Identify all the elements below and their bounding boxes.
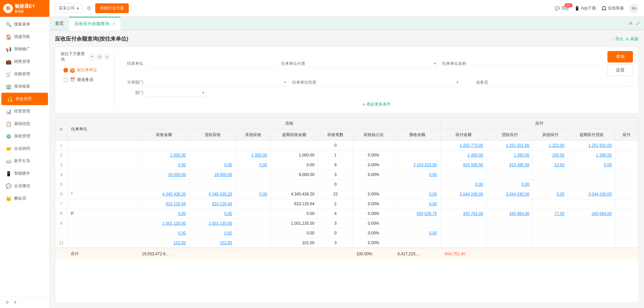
cell-recv_amount[interactable]: 4,345,436.20 [139,189,190,199]
cell-recv_amount[interactable]: 152.00 [139,238,190,248]
sidebar-item-marketing[interactable]: 📢 营销推广 [0,43,49,55]
cell-other_recv[interactable]: 1,000.00 [236,150,271,160]
sidebar-item-search[interactable]: 🔍 搜索菜单 [0,18,49,31]
cell-prepay_balance[interactable]: 0.00 [394,170,440,180]
tab-close-icon[interactable]: × [113,21,115,26]
cell-prepay_balance[interactable]: 0.00 [394,189,440,199]
sidebar-item-operation[interactable]: 📊 经营管理 [0,105,49,118]
cell-other_pay[interactable]: 77.00 [533,209,568,219]
user-avatar[interactable]: Rit [629,4,639,13]
promo-button[interactable]: 体验行业方案 [95,3,129,13]
footer-recv-amount[interactable]: 19,553,472.6... [139,248,190,259]
dept-input[interactable]: ▾ [146,89,206,97]
cell-other_recv[interactable]: 0.00 [236,160,271,170]
messages-button[interactable]: 💬 消息 99+ [555,5,569,11]
partner-name-input[interactable] [468,62,599,65]
cell-recv_amount[interactable]: 18,000.00 [139,170,190,180]
cell-prepay_balance[interactable]: 2,153,333.00 [394,160,440,170]
cell-other_recv[interactable]: 0.00 [236,189,271,199]
collapse-footer-icon[interactable]: ⏸ [13,300,17,305]
sidebar-item-member[interactable]: 👑 畅会员 [0,192,49,205]
collapse-button[interactable]: ∧ 收起更多条件 [120,99,633,109]
cell-pay_amount[interactable]: 915,508.56 [440,160,487,170]
partner-nature-input[interactable]: ▾ [318,79,461,86]
sidebar-item-purchase[interactable]: 🛒 采购管理 [0,68,49,80]
cell-pay_amount[interactable]: 345,761.00 [440,209,487,219]
salesman-input[interactable]: ··· [491,79,633,86]
cell-recv_amount[interactable]: 0.00 [139,228,190,238]
add-scheme-button[interactable]: + [89,54,95,60]
cell-pay_amount[interactable]: 0.00 [440,180,487,189]
company-selector[interactable]: 某某公司 ▾ [55,4,83,13]
settings-scheme-button[interactable]: ⊙ [97,54,102,60]
cell-pay_amount[interactable]: 1,252,773.00 [440,141,487,150]
cell-other_pay[interactable]: 100.00 [533,150,568,160]
settings-footer-icon[interactable]: ⚙ [5,300,9,305]
sidebar-item-system[interactable]: ⚙️ 系统管理 [0,130,49,142]
cell-overdue_pay[interactable]: 1,251,551.00 [568,141,615,150]
cell-pay_amount[interactable]: 1,490.00 [440,150,487,160]
cell-recv_amount[interactable]: 1,000.00 [139,150,190,160]
tab-query[interactable]: 应收应付余额查询 × [69,17,120,30]
setting-button[interactable]: 设置 [607,64,633,76]
partner-category-input[interactable]: ▾ [307,60,438,68]
cell-prepay_balance[interactable]: 655,636.75 [394,209,440,219]
cell-loan_pay[interactable]: 3,044,240.00 [487,189,533,199]
sidebar-item-wechat[interactable]: 💬 企业微信 [0,180,49,192]
dept-manager-input[interactable]: ▾ [146,79,288,86]
cell-recv_amount[interactable]: 810,126.64 [139,199,190,209]
cell-loan_recv[interactable]: 0.00 [190,160,236,170]
cell-pay_amount[interactable]: 3,044,240.00 [440,189,487,199]
sidebar-item-guide[interactable]: 📖 新手引导 [0,155,49,167]
cell-loan_recv[interactable]: 4,345,436.20 [190,189,236,199]
cell-overdue_pay[interactable]: 0.00 [568,160,615,170]
cell-recv_amount[interactable]: 0.00 [139,209,190,219]
table-settings-icon[interactable]: ⚙ [59,127,63,132]
footer-other-recv [236,248,271,259]
maximize-icon[interactable]: ⤢ [636,20,640,27]
app-download-button[interactable]: 📱 App下载 [575,5,596,11]
collapse-scheme-button[interactable]: « [104,54,110,60]
cell-loan_pay[interactable]: 915,495.56 [487,160,533,170]
cell-overdue_pay[interactable]: 3,044,240.00 [568,189,615,199]
footer-overdue-pay [568,248,615,259]
cell-loan_recv[interactable]: 18,000.00 [190,170,236,180]
sidebar-item-sales[interactable]: 💼 销售管理 [0,55,49,68]
cell-other_pay[interactable]: 1,222.00 [533,141,568,150]
sidebar-item-basic[interactable]: 📋 基础信息 [0,118,49,130]
cell-loan_pay[interactable]: 0.00 [487,180,533,189]
cell-recv_amount[interactable]: 0.00 [139,160,190,170]
settings-icon[interactable]: ⚙ [87,5,91,11]
sidebar-item-finance[interactable]: 💰 资金管理 [1,93,48,105]
cell-prepay_balance[interactable]: 0.00 [394,199,440,209]
cell-other_pay[interactable]: 13.00 [533,160,568,170]
cell-loan_recv[interactable]: 1,001,135.00 [190,219,236,228]
sidebar-item-quick[interactable]: 🏠 快捷导航 [0,31,49,43]
filter-option-by-staff[interactable]: ⏰ 按业务员 [61,75,110,85]
cell-overdue_pay[interactable]: 1,390.00 [568,150,615,160]
cell-loan_pay[interactable]: 345,684.00 [487,209,533,219]
close-window-icon[interactable]: ✕ [629,20,633,27]
cell-loan_recv[interactable]: 0.00 [190,209,236,219]
filter-label: 按以下方案查询 + ⊙ « [61,51,110,62]
settlement-input[interactable]: ··· [146,60,277,68]
cell-loan_pay[interactable]: 1,390.00 [487,150,533,160]
cell-other_pay[interactable]: 0.00 [533,189,568,199]
filter-option-by-partner[interactable]: 畅 按往来单位 [61,65,110,75]
cell-loan_recv[interactable]: 152.00 [190,238,236,248]
query-button[interactable]: 查询 [607,51,633,62]
sidebar-item-hardware[interactable]: 📱 智能硬件 [0,167,49,180]
online-service-button[interactable]: 🎧 在线客服 [601,5,624,11]
cell-loan_recv[interactable]: 810,126.64 [190,199,236,209]
tab-home[interactable]: 首页 [50,17,69,30]
export-button[interactable]: ↑ 导出 [612,36,623,42]
cell-loan_pay[interactable]: 1,251,551.00 [487,141,533,150]
message-icon: 💬 [555,6,560,11]
cell-prepay_balance[interactable]: 0.00 [394,228,440,238]
refresh-button[interactable]: ↻ 刷新 [626,36,639,42]
cell-recv_amount[interactable]: 1,001,135.00 [139,219,190,228]
sidebar-item-inventory[interactable]: 🏢 库存核算 [0,80,49,93]
sidebar-item-enterprise[interactable]: 🤝 企业协同 [0,142,49,155]
cell-overdue_pay[interactable]: 345,684.00 [568,209,615,219]
cell-loan_recv[interactable]: 0.00 [190,228,236,238]
